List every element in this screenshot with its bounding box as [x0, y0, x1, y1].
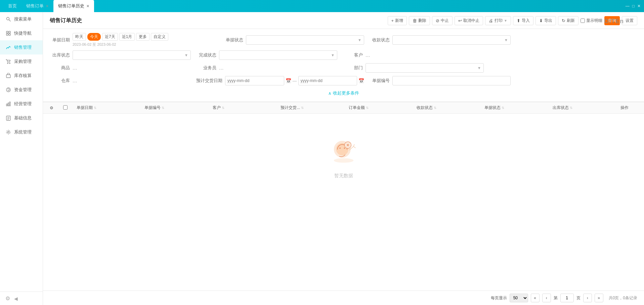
delivery-status-select[interactable] [73, 50, 191, 60]
cancel-stop-icon: ↩ [458, 18, 462, 23]
show-detail-wrap[interactable]: 显示明细 [581, 18, 602, 24]
import-label: 导入 [522, 18, 530, 24]
table-col-date[interactable]: 单据日期⇅ [73, 102, 141, 114]
table-checkbox-th [60, 102, 73, 114]
tab-sales-order-history-close[interactable]: ✕ [86, 4, 89, 8]
tab-sales-order-label: 销售订单 [26, 3, 44, 9]
page-size-select[interactable]: 50 10 20 100 [510, 294, 528, 302]
tabs-area: 首页 销售订单 ✕ 销售订单历史 ✕ [3, 0, 94, 12]
table-col-customer[interactable]: 客户⇅ [209, 102, 277, 114]
sidebar-item-finance[interactable]: 资金管理 [0, 83, 43, 97]
svg-point-6 [7, 63, 8, 64]
complete-status-select[interactable] [219, 50, 337, 60]
finance-icon [5, 87, 11, 93]
sidebar-item-sales-mgmt[interactable]: 销售管理 [0, 40, 43, 54]
filter-order-no-field: 单据编号 [370, 76, 511, 85]
col-order-status-sort-icon: ⇅ [502, 106, 504, 110]
order-status-select[interactable] [246, 35, 364, 45]
sidebar-item-operations[interactable]: 经营管理 [0, 97, 43, 111]
last-page-button[interactable]: » [595, 294, 603, 302]
svg-rect-12 [9, 102, 10, 106]
delete-button[interactable]: 🗑 删除 [409, 16, 430, 25]
date-btn-1month[interactable]: 近1月 [119, 33, 135, 41]
delivery-date-end-cal-icon[interactable]: 📅 [358, 78, 364, 83]
print-button[interactable]: 🖨 打印 ▼ [485, 16, 511, 25]
sidebar-item-info[interactable]: 基础信息 [0, 111, 43, 125]
window-minimize[interactable]: — [626, 4, 630, 8]
date-btn-yesterday[interactable]: 昨天 [73, 33, 86, 41]
window-maximize[interactable]: □ [632, 4, 635, 8]
refresh-button[interactable]: ↻ 刷新 [558, 16, 578, 25]
tab-sales-order-close[interactable]: ✕ [46, 4, 49, 8]
date-btn-7days[interactable]: 近7天 [102, 33, 118, 41]
filter-delivery-date-field: 预计交货日期 📅 — 📅 [196, 76, 364, 85]
page-title: 销售订单历史 [50, 17, 82, 28]
table-settings-th[interactable]: ⚙ [43, 102, 60, 114]
settings-button[interactable]: 设置 [622, 16, 637, 25]
tab-sales-order[interactable]: 销售订单 ✕ [22, 0, 53, 12]
table-col-payment-status[interactable]: 收款状态⇅ [413, 102, 481, 114]
date-btn-today[interactable]: 今天 [87, 33, 101, 41]
sidebar-collapse-icon[interactable]: ◀ [14, 296, 18, 301]
window-close[interactable]: ✕ [637, 4, 641, 8]
svg-rect-3 [9, 31, 10, 33]
toolbar: + 新增 🗑 删除 ⊘ 中止 ↩ 取消中止 🖨 打印 [388, 16, 638, 29]
date-btn-more[interactable]: 更多 [136, 33, 149, 41]
first-page-button[interactable]: « [531, 294, 540, 302]
sidebar-settings-icon[interactable]: ⚙ [5, 295, 10, 302]
payment-status-select[interactable] [392, 35, 511, 45]
col-delivery-date-label: 预计交货... [281, 105, 300, 111]
table-col-order-status[interactable]: 单据状态⇅ [481, 102, 549, 114]
query-button[interactable]: 查询 [604, 16, 620, 25]
payment-status-label: 收款状态 [370, 37, 390, 43]
filter-order-status-field: 单据状态 ▼ [223, 35, 364, 45]
delivery-date-start-input[interactable] [225, 76, 284, 85]
col-customer-sort-icon: ⇅ [222, 106, 224, 110]
customer-ellipsis-btn[interactable]: ... [366, 52, 370, 58]
import-button[interactable]: ⬆ 导入 [513, 16, 533, 25]
stop-icon: ⊘ [436, 18, 439, 23]
salesperson-ellipsis-btn[interactable]: ... [219, 65, 223, 71]
page-number-input[interactable] [560, 294, 574, 302]
filter-more-button[interactable]: ∧ 收起更多条件 [50, 89, 637, 98]
table-col-delivery-status[interactable]: 出库状态⇅ [549, 102, 617, 114]
page-header: 销售订单历史 + 新增 🗑 删除 ⊘ 中止 ↩ 取消中止 [43, 12, 644, 29]
col-customer-label: 客户 [213, 105, 221, 111]
content-area: 销售订单历史 + 新增 🗑 删除 ⊘ 中止 ↩ 取消中止 [43, 12, 644, 305]
sidebar-item-purchase-mgmt[interactable]: 采购管理 [0, 54, 43, 69]
filter-more-icon: ∧ [328, 91, 332, 96]
table-col-operation: 操作 [617, 102, 644, 114]
delivery-date-filter-label: 预计交货日期 [196, 78, 222, 84]
new-icon: + [391, 18, 394, 23]
next-page-button[interactable]: › [583, 294, 592, 302]
delete-label: 删除 [418, 18, 426, 24]
delete-icon: 🗑 [413, 18, 417, 23]
select-all-checkbox[interactable] [63, 105, 68, 110]
table-col-amount[interactable]: 订单金额⇅ [345, 102, 413, 114]
prev-page-button[interactable]: ‹ [542, 294, 551, 302]
warehouse-ellipsis-btn[interactable]: ... [73, 78, 77, 84]
date-btn-custom[interactable]: 自定义 [151, 33, 168, 41]
order-no-input[interactable] [392, 76, 511, 85]
total-text: 共0页，0条记录 [609, 295, 637, 301]
table-col-delivery-date[interactable]: 预计交货...⇅ [277, 102, 345, 114]
delivery-date-start-cal-icon[interactable]: 📅 [286, 78, 291, 83]
main-layout: 搜索菜单 快捷导航 销售管理 采购管理 库存核算 [0, 12, 644, 305]
table-col-order-no[interactable]: 单据编号⇅ [141, 102, 209, 114]
export-button[interactable]: ⬇ 导出 [535, 16, 556, 25]
show-detail-checkbox[interactable] [581, 18, 585, 23]
tab-home[interactable]: 首页 [3, 0, 22, 12]
sidebar-item-quick-nav[interactable]: 快捷导航 [0, 26, 43, 40]
sidebar-item-inventory[interactable]: 库存核算 [0, 69, 43, 83]
new-button[interactable]: + 新增 [388, 16, 407, 25]
sidebar-item-search-menu[interactable]: 搜索菜单 [0, 12, 43, 26]
tab-sales-order-history[interactable]: 销售订单历史 ✕ [53, 0, 94, 12]
filter-warehouse-field: 仓库 ... [50, 78, 191, 84]
dept-select[interactable] [366, 63, 484, 73]
delivery-date-end-input[interactable] [298, 76, 357, 85]
product-ellipsis-btn[interactable]: ... [73, 65, 77, 71]
col-date-sort-icon: ⇅ [94, 106, 96, 110]
sidebar-item-system[interactable]: 系统管理 [0, 125, 43, 139]
stop-button[interactable]: ⊘ 中止 [432, 16, 453, 25]
cancel-stop-button[interactable]: ↩ 取消中止 [455, 16, 483, 25]
